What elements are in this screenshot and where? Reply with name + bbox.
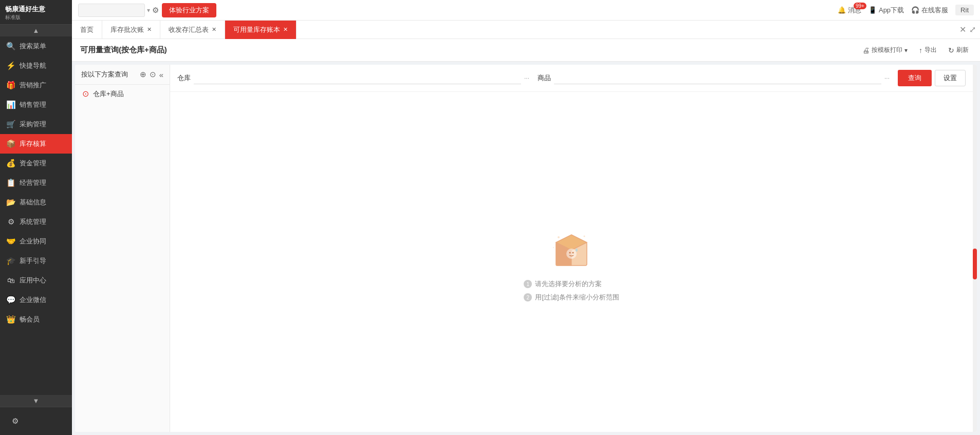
tip-2-text: 用[过滤]条件来缩小分析范围 [535, 293, 619, 302]
sidebar-item-label-appstore: 应用中心 [20, 276, 46, 285]
warehouse-input[interactable] [194, 72, 521, 84]
user-name: Rit [960, 6, 969, 14]
inventory-icon: 📦 [6, 139, 15, 148]
sidebar-scroll-up[interactable]: ▲ [0, 25, 72, 36]
tab-home-label: 首页 [80, 25, 94, 34]
refresh-label: 刷新 [956, 46, 969, 54]
tab-available-qty[interactable]: 可用量库存账本 ✕ [225, 21, 297, 39]
empty-tip-2: 2 用[过滤]条件来缩小分析范围 [524, 293, 619, 302]
scheme-icon: ⊙ [82, 89, 89, 99]
chevron-down-icon[interactable]: ▾ [147, 7, 150, 14]
content-area: 按以下方案查询 ⊕ ⊙ « ⊙ 仓库+商品 仓库 ··· [75, 65, 977, 432]
sidebar-item-settings[interactable]: ⚙ [4, 411, 68, 431]
sidebar-item-label-enterprise: 企业协同 [20, 237, 46, 246]
sidebar-item-label-basic: 基础信息 [20, 198, 46, 207]
newbie-icon: 🎓 [6, 256, 15, 266]
expand-icon[interactable]: ⤢ [969, 25, 976, 34]
page-actions: 🖨 按模板打印 ▾ ↑ 导出 ↻ 刷新 [859, 44, 972, 56]
shortcut-icon: ⚡ [6, 61, 15, 70]
online-service-btn[interactable]: 🎧 在线客服 [911, 6, 948, 15]
goods-label: 商品 [538, 73, 551, 83]
industry-btn[interactable]: 体验行业方案 [162, 3, 216, 17]
sidebar-scroll-down[interactable]: ▼ [0, 395, 72, 407]
bell-icon: 🔔 [838, 6, 846, 14]
search-input[interactable] [78, 4, 145, 17]
goods-input[interactable] [554, 72, 881, 84]
scheme-settings-btn[interactable]: ⊙ [150, 70, 156, 79]
main-area: ▾ ⚙ 体验行业方案 🔔 消息 99+ 📱 App下载 🎧 在线客服 Rit [72, 0, 980, 435]
tip-1-text: 请先选择要分析的方案 [535, 279, 602, 289]
add-scheme-btn[interactable]: ⊕ [140, 70, 146, 79]
app-edition: 标准版 [5, 14, 67, 21]
empty-state: 1 请先选择要分析的方案 2 用[过滤]条件来缩小分析范围 [170, 92, 973, 432]
sidebar-item-label-operation: 经营管理 [20, 178, 46, 187]
gear-icon[interactable]: ⚙ [152, 6, 159, 15]
user-menu[interactable]: Rit [955, 5, 974, 15]
sidebar-item-shortcut[interactable]: ⚡ 快捷导航 [0, 56, 72, 75]
search-wrap: ▾ ⚙ [78, 4, 159, 17]
sidebar-item-operation[interactable]: 📋 经营管理 [0, 173, 72, 193]
tab-available-qty-label: 可用量库存账本 [233, 25, 280, 34]
tab-batch-account-close[interactable]: ✕ [147, 26, 152, 33]
scheme-warehouse-goods[interactable]: ⊙ 仓库+商品 [75, 85, 170, 103]
tab-home[interactable]: 首页 [72, 21, 102, 39]
enterprise-icon: 🤝 [6, 237, 15, 246]
sidebar-item-search[interactable]: 🔍 搜索菜单 [0, 36, 72, 56]
tab-available-qty-close[interactable]: ✕ [283, 26, 288, 33]
filter-row: 仓库 ··· 商品 ··· 查询 设置 [170, 65, 973, 92]
sidebar-item-purchase[interactable]: 🛒 采购管理 [0, 115, 72, 134]
sidebar-item-member[interactable]: 👑 畅会员 [0, 310, 72, 329]
refresh-btn[interactable]: ↻ 刷新 [945, 44, 972, 56]
svg-point-8 [558, 236, 560, 238]
svg-point-9 [584, 236, 585, 237]
empty-tips: 1 请先选择要分析的方案 2 用[过滤]条件来缩小分析范围 [524, 279, 619, 302]
sidebar-bottom: ⚙ [0, 407, 72, 435]
sidebar-item-wechat[interactable]: 💬 企业微信 [0, 290, 72, 310]
tab-recv-summary[interactable]: 收发存汇总表 ✕ [160, 21, 225, 39]
scrollbar-thumb[interactable] [973, 249, 977, 279]
tab-recv-summary-close[interactable]: ✕ [212, 26, 216, 33]
sidebar-item-label-newbie: 新手引导 [20, 256, 46, 266]
sidebar-item-appstore[interactable]: 🛍 应用中心 [0, 271, 72, 290]
sidebar-item-label-wechat: 企业微信 [20, 295, 46, 305]
scheme-actions: ⊕ ⊙ « [140, 70, 163, 79]
warehouse-label: 仓库 [177, 73, 191, 83]
empty-illustration [546, 222, 597, 273]
filter-settings-btn[interactable]: 设置 [935, 70, 966, 86]
purchase-icon: 🛒 [6, 120, 15, 129]
warehouse-more-btn[interactable]: ··· [524, 74, 529, 82]
settings-icon: ⚙ [10, 417, 20, 426]
tab-batch-account[interactable]: 库存批次账 ✕ [102, 21, 160, 39]
finance-icon: 💰 [6, 159, 15, 168]
messages-btn[interactable]: 🔔 消息 99+ [838, 6, 861, 15]
topbar-left: ▾ ⚙ 体验行业方案 [78, 3, 834, 17]
wechat-icon: 💬 [6, 295, 15, 305]
sidebar-item-marketing[interactable]: 🎁 营销推广 [0, 75, 72, 95]
tab-controls: ✕ ⤢ [955, 25, 980, 34]
app-download-btn[interactable]: 📱 App下载 [868, 6, 904, 15]
right-scrollbar[interactable] [973, 65, 977, 432]
close-icon[interactable]: ✕ [959, 25, 966, 34]
tab-batch-account-label: 库存批次账 [110, 25, 144, 34]
sidebar-item-system[interactable]: ⚙ 系统管理 [0, 212, 72, 232]
print-btn[interactable]: 🖨 按模板打印 ▾ [859, 44, 911, 56]
empty-tip-1: 1 请先选择要分析的方案 [524, 279, 619, 289]
collapse-panel-btn[interactable]: « [159, 70, 163, 79]
sidebar-item-label-marketing: 营销推广 [20, 81, 46, 90]
left-panel: 按以下方案查询 ⊕ ⊙ « ⊙ 仓库+商品 [75, 65, 170, 432]
marketing-icon: 🎁 [6, 81, 15, 90]
appstore-icon: 🛍 [6, 276, 15, 285]
sidebar-item-finance[interactable]: 💰 资金管理 [0, 154, 72, 173]
warehouse-filter: 仓库 ··· [177, 72, 529, 84]
sidebar-item-enterprise[interactable]: 🤝 企业协同 [0, 232, 72, 251]
export-btn[interactable]: ↑ 导出 [916, 44, 940, 56]
query-btn[interactable]: 查询 [898, 70, 932, 86]
goods-more-btn[interactable]: ··· [884, 74, 890, 82]
sidebar-item-basic[interactable]: 📂 基础信息 [0, 193, 72, 212]
sidebar-item-sales[interactable]: 📊 销售管理 [0, 95, 72, 115]
sidebar-item-inventory[interactable]: 📦 库存核算 [0, 134, 72, 154]
scheme-label: 仓库+商品 [93, 89, 124, 99]
tip-1-num: 1 [524, 280, 532, 288]
sidebar-item-newbie[interactable]: 🎓 新手引导 [0, 251, 72, 271]
sidebar: 畅康通好生意 标准版 ▲ 🔍 搜索菜单 ⚡ 快捷导航 🎁 营销推广 📊 销售管理… [0, 0, 72, 435]
